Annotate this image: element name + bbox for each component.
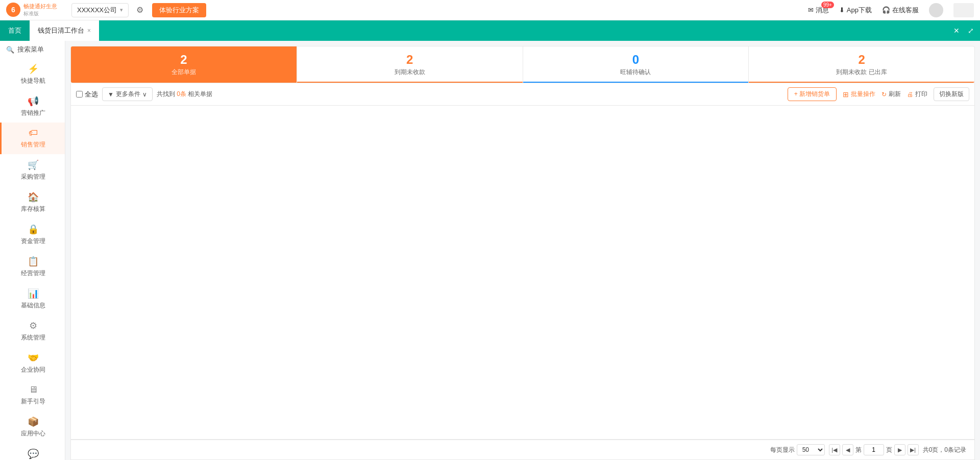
search-menu-label: 搜索菜单 [17,45,44,54]
sidebar-item-guide[interactable]: 🖥 新手引导 [0,379,65,411]
page-suffix: 页 [886,446,892,454]
sidebar-item-wechat[interactable]: 💬 企业微信 [0,443,65,460]
avatar[interactable] [929,3,943,17]
sidebar-item-marketing[interactable]: 📢 营销推广 [0,90,65,123]
main-content: 2 全部单据 2 到期未收款 0 旺辅待确认 2 到期未收款 已出库 [65,41,980,460]
result-suffix: 相关单据 [188,90,212,98]
batch-ops-label: 批量操作 [851,90,875,99]
card-due-label: 到期未收款 [305,68,514,77]
tab-workspace[interactable]: 钱货日清工作台 × [30,20,99,41]
sidebar-item-system[interactable]: ⚙ 系统管理 [0,315,65,347]
sidebar-item-purchase[interactable]: 🛒 采购管理 [0,154,65,186]
top-bar: 6 畅捷通好生意 标准版 XXXXXX公司 ▾ ⚙ 体验行业方案 ✉ 消息 99… [0,0,980,20]
tab-home[interactable]: 首页 [0,20,30,41]
filter-btn-label: 更多条件 [116,90,140,99]
message-icon: ✉ [808,6,814,14]
inventory-icon: 🏠 [28,191,39,203]
sidebar-item-basic-info[interactable]: 📊 基础信息 [0,283,65,315]
table-area [70,106,975,440]
refresh-btn[interactable]: ↻ 刷新 [881,90,901,99]
sidebar-item-label-cooperation: 企业协同 [21,366,45,374]
card-due-shipped-num: 2 [757,53,966,67]
print-icon: 🖨 [907,91,913,98]
prev-page-btn[interactable]: ◀ [842,444,853,455]
company-selector[interactable]: XXXXXX公司 ▾ [71,3,129,17]
switch-version-btn[interactable]: 切换新版 [934,87,969,101]
page-nav: |◀ ◀ 第 页 ▶ ▶| [829,444,919,455]
close-window-icon[interactable]: ✕ [951,25,962,37]
sidebar-item-sales[interactable]: 🏷 销售管理 [0,123,65,154]
card-wangpu[interactable]: 0 旺辅待确认 [523,46,749,83]
online-service-label: 在线客服 [892,6,919,15]
online-service-btn[interactable]: 🎧 在线客服 [882,6,919,15]
page-input[interactable] [864,444,884,455]
select-all-label: 全选 [85,90,98,99]
sidebar-item-label-quick-nav: 快捷导航 [21,77,45,85]
settings-icon[interactable]: ⚙ [133,3,147,17]
card-all[interactable]: 2 全部单据 [71,46,297,83]
sidebar-item-cooperation[interactable]: 🤝 企业协同 [0,347,65,379]
card-due-shipped-underline [749,82,974,83]
chevron-down-icon: ∨ [142,91,147,98]
sales-icon: 🏷 [29,128,38,138]
tab-home-label: 首页 [8,26,21,35]
card-all-num: 2 [79,53,288,67]
batch-ops-btn[interactable]: ⊞ 批量操作 [843,90,875,99]
logo-area: 6 畅捷通好生意 标准版 [6,3,71,17]
filter-btn[interactable]: ▼ 更多条件 ∨ [102,87,153,101]
toolbar-right: + 新增销货单 ⊞ 批量操作 ↻ 刷新 🖨 打印 切换新版 [788,87,969,101]
app-name: 畅捷通好生意 [23,3,57,10]
toolbar-left: 全选 ▼ 更多条件 ∨ 共找到 0条 相关单据 [76,87,783,101]
card-due-num: 2 [305,53,514,67]
batch-icon: ⊞ [843,90,849,99]
cooperation-icon: 🤝 [28,352,39,364]
sidebar-item-label-finance: 资金管理 [21,237,45,246]
chevron-down-icon: ▾ [120,7,123,13]
user-name-display[interactable] [953,3,974,17]
trial-button[interactable]: 体验行业方案 [152,3,206,17]
sidebar-item-label-purchase: 采购管理 [21,173,45,181]
app-download-label: App下载 [847,6,872,15]
app-version: 标准版 [23,10,57,17]
expand-icon[interactable]: ⤢ [966,25,976,37]
pagination: 每页显示 50 100 200 |◀ ◀ 第 页 ▶ ▶| 共0页，0条记录 [70,440,975,460]
headset-icon: 🎧 [882,6,890,14]
print-label: 打印 [915,90,927,99]
sidebar-item-label-marketing: 营销推广 [21,109,45,117]
sidebar-item-inventory[interactable]: 🏠 库存核算 [0,186,65,219]
sidebar-item-app-center[interactable]: 📦 应用中心 [0,411,65,443]
messages-btn[interactable]: ✉ 消息 99+ [808,6,829,15]
next-page-btn[interactable]: ▶ [894,444,905,455]
sidebar-item-label-inventory: 库存核算 [21,205,45,213]
card-all-label: 全部单据 [79,68,288,77]
search-menu-item[interactable]: 🔍 搜索菜单 [0,41,65,58]
sidebar-item-operations[interactable]: 📋 经营管理 [0,251,65,283]
marketing-icon: 📢 [28,95,39,107]
sidebar-item-label-operations: 经营管理 [21,269,45,278]
card-due-uncollected[interactable]: 2 到期未收款 [297,46,523,83]
sidebar-item-quick-nav[interactable]: ⚡ 快捷导航 [0,58,65,90]
sidebar-item-label-app-center: 应用中心 [21,429,45,438]
sidebar-item-label-basic-info: 基础信息 [21,301,45,310]
first-page-btn[interactable]: |◀ [829,444,840,455]
result-prefix: 共找到 [157,90,175,98]
close-tab-icon[interactable]: × [87,27,91,34]
new-order-btn[interactable]: + 新增销货单 [788,87,837,101]
select-all-checkbox[interactable]: 全选 [76,90,98,99]
per-page-select-input[interactable]: 50 100 200 [797,444,825,455]
finance-icon: 🔒 [28,224,39,235]
per-page-label: 每页显示 [770,446,795,454]
sidebar-item-label-sales: 销售管理 [21,140,45,149]
print-btn[interactable]: 🖨 打印 [907,90,927,99]
card-due-underline [297,82,523,83]
card-due-shipped[interactable]: 2 到期未收款 已出库 [749,46,974,83]
basic-info-icon: 📊 [28,288,39,299]
total-records: 共0页，0条记录 [923,446,966,454]
select-all-input[interactable] [76,91,83,98]
app-download-btn[interactable]: ⬇ App下载 [839,6,872,15]
logo-icon: 6 [6,3,20,17]
guide-icon: 🖥 [29,384,38,395]
sidebar-item-finance[interactable]: 🔒 资金管理 [0,219,65,251]
last-page-btn[interactable]: ▶| [908,444,919,455]
card-due-shipped-label: 到期未收款 已出库 [757,68,966,77]
